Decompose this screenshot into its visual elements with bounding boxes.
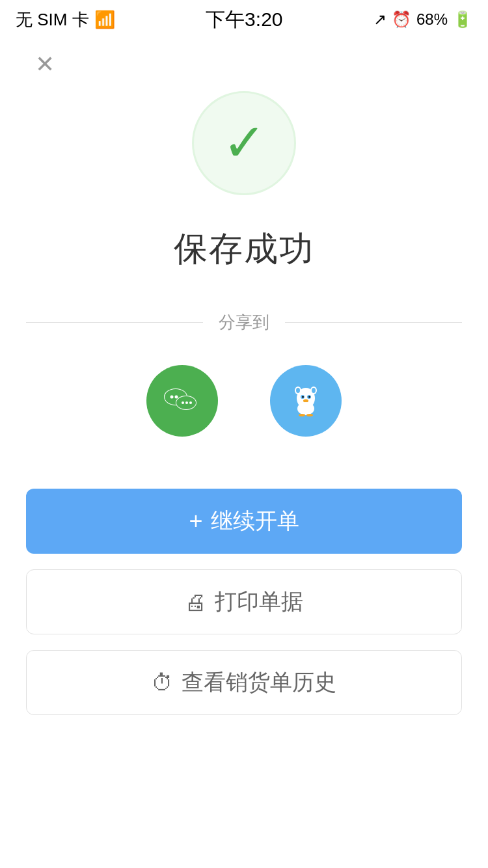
battery-text: 68%: [416, 10, 448, 29]
svg-point-22: [312, 388, 316, 393]
svg-point-17: [299, 414, 305, 416]
view-history-button[interactable]: ⏱ 查看销货单历史: [26, 650, 462, 715]
divider-left: [26, 322, 203, 323]
print-receipt-label: 打印单据: [215, 587, 303, 617]
wechat-icon: [161, 380, 203, 422]
svg-point-8: [189, 401, 192, 404]
action-buttons: + 继续开单 🖨 打印单据 ⏱ 查看销货单历史: [26, 489, 462, 731]
svg-point-7: [185, 401, 188, 404]
continue-order-button[interactable]: + 继续开单: [26, 489, 462, 554]
battery-icon: 🔋: [453, 10, 472, 29]
wechat-share-button[interactable]: [146, 365, 218, 437]
qq-share-button[interactable]: [270, 365, 342, 437]
print-receipt-button[interactable]: 🖨 打印单据: [26, 569, 462, 634]
svg-point-14: [308, 396, 310, 398]
divider-right: [285, 322, 462, 323]
svg-point-13: [302, 396, 304, 398]
success-title: 保存成功: [174, 226, 314, 272]
svg-point-16: [297, 402, 314, 415]
continue-order-label: 继续开单: [211, 506, 299, 536]
main-content: ✓ 保存成功 分享到: [0, 39, 488, 731]
svg-point-15: [303, 400, 308, 403]
view-history-label: 查看销货单历史: [182, 668, 336, 698]
history-icon: ⏱: [152, 670, 174, 696]
close-icon: ✕: [35, 53, 55, 76]
svg-point-6: [182, 401, 184, 404]
share-icons: [26, 365, 462, 437]
share-section: 分享到: [0, 311, 488, 489]
close-button[interactable]: ✕: [29, 48, 61, 81]
svg-point-3: [175, 396, 178, 399]
wifi-icon: 📶: [94, 10, 115, 30]
success-icon-circle: ✓: [192, 91, 296, 195]
status-carrier: 无 SIM 卡 📶: [16, 8, 115, 31]
share-divider: 分享到: [26, 311, 462, 334]
alarm-icon: ⏰: [392, 10, 411, 29]
qq-icon: [286, 381, 325, 420]
svg-point-21: [296, 388, 300, 393]
svg-point-18: [306, 414, 313, 416]
status-bar: 无 SIM 卡 📶 下午3:20 ↗ ⏰ 68% 🔋: [0, 0, 488, 39]
location-icon: ↗: [373, 10, 386, 29]
svg-point-2: [170, 396, 174, 399]
status-right: ↗ ⏰ 68% 🔋: [373, 10, 472, 29]
checkmark-icon: ✓: [223, 117, 266, 169]
plus-icon: +: [189, 508, 202, 535]
share-label: 分享到: [203, 311, 285, 334]
carrier-text: 无 SIM 卡: [16, 8, 89, 31]
printer-icon: 🖨: [185, 590, 207, 615]
status-time: 下午3:20: [206, 7, 282, 33]
